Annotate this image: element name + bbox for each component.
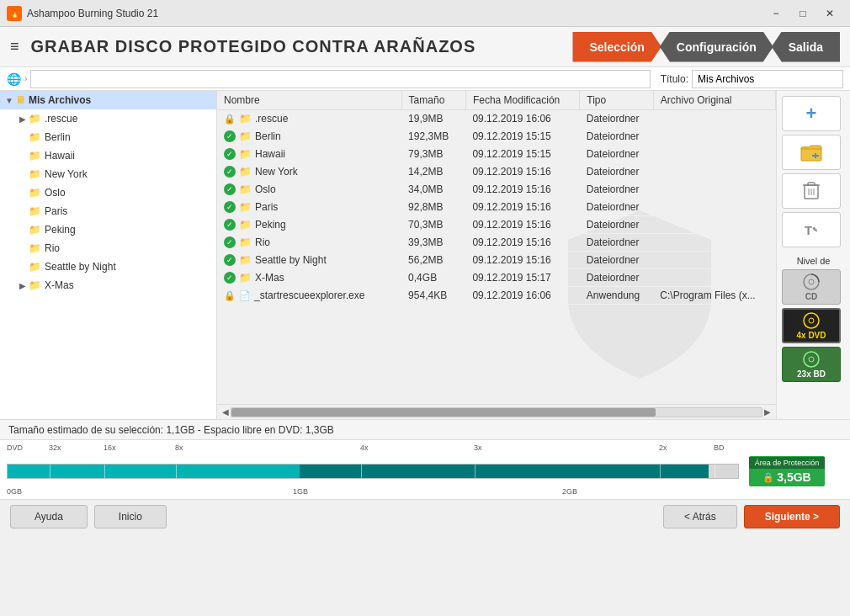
lock-icon: 🔒 (224, 290, 236, 301)
file-size: 56,2MB (401, 252, 465, 269)
file-size: 14,2MB (401, 163, 465, 181)
scroll-right-arrow[interactable]: ▶ (762, 407, 773, 417)
inicio-button[interactable]: Inicio (94, 505, 167, 528)
col-original[interactable]: Archivo Original (653, 91, 775, 110)
add-button[interactable]: + (782, 96, 841, 131)
horizontal-scrollbar[interactable]: ◀ ▶ (217, 404, 776, 419)
ayuda-button[interactable]: Ayuda (10, 505, 88, 528)
col-tipo[interactable]: Tipo (580, 91, 654, 110)
table-row[interactable]: ✓ 📁 Oslo 34,0MB 09.12.2019 15:16 Dateior… (217, 181, 776, 199)
rename-button[interactable]: T✎ (782, 212, 841, 247)
bottom-right-buttons: < Atrás Siguiente > (663, 505, 840, 528)
col-nombre[interactable]: Nombre (217, 91, 401, 110)
scrollbar-track[interactable] (231, 407, 762, 417)
bd-button[interactable]: 23x BD (782, 347, 841, 382)
page-title: GRABAR DISCO PROTEGIDO CONTRA ARAÑAZOS (31, 37, 573, 56)
folder-icon: 📁 (239, 201, 252, 213)
tree-item-peking[interactable]: 📁 Peking (0, 220, 216, 239)
progress-fill-data (8, 465, 300, 478)
nivel-label: Nivel de (782, 256, 845, 266)
speed-4x: 4x (360, 443, 369, 452)
table-row[interactable]: 🔒 📄 _startrescueexplorer.exe 954,4KB 09.… (217, 287, 776, 305)
tree-item-hawaii[interactable]: 📁 Hawaii (0, 146, 216, 165)
progress-row: Área de Protección 🔒 3,5GB (7, 456, 843, 486)
protection-size-row: 🔒 3,5GB (761, 469, 812, 486)
breadcrumb-bar: 🌐 › Título: (0, 67, 850, 91)
title-label: Título: (661, 73, 688, 85)
scroll-left-arrow[interactable]: ◀ (220, 407, 231, 417)
col-tamano[interactable]: Tamaño (401, 91, 465, 110)
status-text: Tamaño estimado de su selección: 1,1GB -… (8, 424, 334, 436)
tree-item-rescue[interactable]: ▶ 📁 .rescue (0, 109, 216, 128)
close-button[interactable]: ✕ (816, 4, 843, 23)
step-salida[interactable]: Salida (772, 32, 840, 62)
table-row[interactable]: ✓ 📁 Berlin 192,3MB 09.12.2019 15:15 Date… (217, 128, 776, 146)
svg-point-13 (804, 352, 819, 367)
file-name: X-Mas (255, 272, 284, 284)
file-size: 0,4GB (401, 269, 465, 287)
tick-1 (50, 465, 50, 478)
table-row[interactable]: ✓ 📁 Peking 70,3MB 09.12.2019 15:16 Datei… (217, 216, 776, 234)
folder-icon: 📁 (239, 166, 252, 178)
folder-icon: 📁 (239, 183, 252, 195)
tree-root[interactable]: ▼ 🖥 Mis Archivos (0, 91, 216, 109)
gb-1: 1GB (293, 487, 308, 496)
check-icon: ✓ (224, 254, 236, 266)
file-name: Peking (255, 219, 286, 231)
check-icon: ✓ (224, 148, 236, 160)
table-row[interactable]: ✓ 📁 New York 14,2MB 09.12.2019 15:16 Dat… (217, 163, 776, 181)
file-type: Dateiordner (580, 110, 654, 128)
table-row[interactable]: ✓ 📁 X-Mas 0,4GB 09.12.2019 15:17 Dateior… (217, 269, 776, 287)
delete-button[interactable] (782, 173, 841, 209)
tick-3 (176, 465, 177, 478)
tree-item-newyork[interactable]: 📁 New York (0, 165, 216, 183)
header: ≡ GRABAR DISCO PROTEGIDO CONTRA ARAÑAZOS… (0, 27, 850, 67)
add-folder-button[interactable] (782, 135, 841, 170)
title-input[interactable] (692, 70, 843, 88)
back-button[interactable]: < Atrás (663, 505, 737, 528)
file-size: 34,0MB (401, 181, 465, 199)
file-area: Nombre Tamaño Fecha Modificación Tipo Ar… (217, 91, 776, 419)
gb-labels: 0GB 1GB 2GB (7, 487, 739, 497)
scrollbar-thumb[interactable] (231, 408, 656, 417)
tree-item-rio[interactable]: 📁 Rio (0, 239, 216, 258)
menu-icon[interactable]: ≡ (10, 38, 19, 56)
table-row[interactable]: 🔒 📁 .rescue 19,9MB 09.12.2019 16:06 Date… (217, 110, 776, 128)
table-row[interactable]: ✓ 📁 Seattle by Night 56,2MB 09.12.2019 1… (217, 252, 776, 269)
minimize-button[interactable]: − (762, 4, 789, 23)
tree-item-paris[interactable]: 📁 Paris (0, 202, 216, 220)
path-input[interactable] (30, 70, 650, 88)
next-button[interactable]: Siguiente > (744, 505, 840, 528)
table-row[interactable]: ✓ 📁 Paris 92,8MB 09.12.2019 15:16 Dateio… (217, 199, 776, 216)
bd-label: 23x BD (797, 369, 826, 379)
file-name: Berlin (255, 130, 281, 142)
file-name: Paris (255, 201, 278, 213)
tree-item-xmas[interactable]: ▶ 📁 X-Mas (0, 276, 216, 295)
bottom-bar: Ayuda Inicio < Atrás Siguiente > (0, 499, 850, 533)
file-original (653, 181, 775, 199)
gb-2: 2GB (562, 487, 577, 496)
speed-labels: DVD 32x 16x 8x 4x 3x 2x BD (7, 443, 739, 455)
folder-icon: 📁 (239, 113, 252, 125)
file-type: Dateiordner (580, 128, 654, 146)
col-fecha[interactable]: Fecha Modificación (465, 91, 579, 110)
tree-item-seattle[interactable]: 📁 Seattle by Night (0, 258, 216, 276)
file-type: Dateiordner (580, 252, 654, 269)
speed-8x: 8x (175, 443, 183, 452)
file-original (653, 128, 775, 146)
table-row[interactable]: ✓ 📁 Hawaii 79,3MB 09.12.2019 15:15 Datei… (217, 146, 776, 163)
check-icon: ✓ (224, 201, 236, 213)
tree-item-berlin[interactable]: 📁 Berlin (0, 128, 216, 146)
step-config[interactable]: Configuración (660, 32, 773, 62)
cd-button[interactable]: CD (782, 269, 841, 305)
check-icon: ✓ (224, 219, 236, 231)
folder-icon: 📁 (239, 254, 252, 266)
table-row[interactable]: ✓ 📁 Rio 39,3MB 09.12.2019 15:16 Dateiord… (217, 234, 776, 252)
step-selection[interactable]: Selección (572, 32, 661, 62)
dvd-label: 4x DVD (796, 331, 826, 340)
file-date: 09.12.2019 16:06 (465, 287, 579, 305)
tree-item-oslo[interactable]: 📁 Oslo (0, 183, 216, 202)
dvd-button[interactable]: 4x DVD (782, 308, 841, 343)
file-original (653, 234, 775, 252)
maximize-button[interactable]: □ (789, 4, 816, 23)
